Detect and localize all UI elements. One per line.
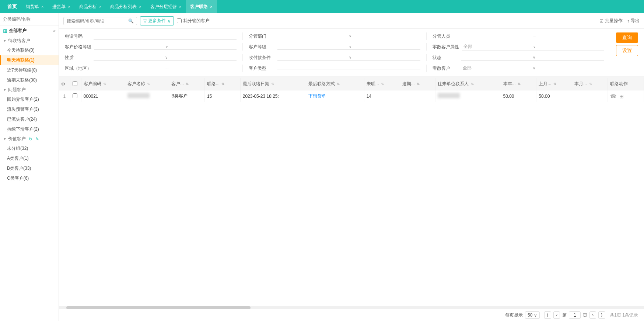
prev-page-button[interactable]: ‹ (553, 311, 560, 319)
col-settings[interactable]: ⚙ (59, 78, 70, 90)
refresh-icon[interactable]: ↻ (29, 137, 32, 142)
sidebar-item-b-class[interactable]: B类客户(33) (0, 163, 59, 173)
close-customer-tier-icon[interactable]: × (179, 4, 181, 9)
dept-select[interactable]: ∨ (277, 33, 420, 39)
next-page-button[interactable]: › (589, 311, 596, 319)
sort-contact-icon[interactable]: ⇅ (221, 82, 224, 86)
search-submit-icon[interactable]: 🔍 (128, 18, 134, 24)
sidebar-item-week-contact[interactable]: 近7天待联络(0) (0, 65, 59, 75)
batch-ops-button[interactable]: ☑ 批量操作 (599, 18, 623, 24)
close-customer-contact-icon[interactable]: × (210, 4, 212, 9)
sidebar-search-input[interactable] (3, 17, 58, 22)
my-customers-checkbox-label[interactable]: 我分管的客户 (177, 18, 210, 24)
customer-type-select[interactable] (277, 68, 420, 69)
problem-customer-arrow-icon: ▼ (3, 88, 7, 92)
sort-contacts-icon[interactable]: ⇅ (471, 82, 474, 86)
payment-select[interactable]: ∨ (277, 55, 420, 61)
search-input[interactable] (67, 18, 127, 24)
problem-customer-group[interactable]: ▼ 问题客户 (0, 85, 59, 94)
sort-this-month-icon[interactable]: ⇅ (589, 82, 592, 86)
manager-select[interactable]: ··· (461, 33, 604, 39)
nav-home[interactable]: 首页 (3, 0, 21, 13)
sort-code-icon[interactable]: ⇅ (103, 82, 106, 86)
sidebar-item-c-class[interactable]: C类客户(6) (0, 173, 59, 183)
col-contacts: 往来单位联系人 ⇅ (435, 78, 501, 90)
col-last-method: 最后联络方式 ⇅ (306, 78, 364, 90)
nav-sales-order[interactable]: 销货单 × (21, 0, 48, 13)
select-all-checkbox[interactable] (73, 81, 77, 86)
sidebar-item-ungrouped[interactable]: 未分组(32) (0, 144, 59, 153)
sidebar-item-repurchase-abnormal[interactable]: 回购异常客户(2) (0, 94, 59, 104)
nav-customer-tier[interactable]: 客户分层经营 × (146, 0, 186, 13)
last-method-link[interactable]: 下销货单 (308, 93, 326, 99)
action-phone-icon[interactable]: ☎ (610, 93, 616, 99)
collapse-sidebar-icon[interactable]: « (53, 28, 56, 34)
status-select[interactable]: ∨ (461, 55, 604, 61)
customer-level-select[interactable]: ∨ (277, 44, 420, 50)
settings-icon[interactable]: ⚙ (61, 82, 65, 87)
customer-price-select[interactable]: ∨ (94, 44, 237, 50)
col-checkbox[interactable] (70, 78, 81, 90)
reset-button[interactable]: 设置 (616, 45, 638, 56)
horizontal-scrollbar[interactable] (59, 306, 644, 309)
sort-last-month-icon[interactable]: ⇅ (553, 82, 556, 86)
close-sales-order-icon[interactable]: × (41, 4, 43, 9)
filter-retail-customer: 零散客户 全部 ∨ (433, 64, 604, 72)
nav-product-analysis[interactable]: 商品分析 × (75, 0, 106, 13)
row-name (125, 90, 169, 102)
sidebar-item-today-contact[interactable]: 今天待联络(0) (0, 45, 59, 55)
status-down-icon: ∨ (533, 55, 603, 59)
filter-icon: ▽ (143, 18, 147, 24)
row-last-method[interactable]: 下销货单 (306, 90, 364, 102)
page-size-select[interactable]: 50 ∨ (525, 311, 540, 319)
row-checkbox[interactable] (73, 93, 77, 98)
nav-customer-contact[interactable]: 客户联络 × (186, 0, 217, 13)
pending-contact-group[interactable]: ▼ 待联络客户 (0, 36, 59, 45)
nav-purchase-order[interactable]: 进货单 × (48, 0, 74, 13)
sidebar-item-overdue-contact[interactable]: 逾期未联络(30) (0, 75, 59, 85)
last-page-button[interactable]: ⟩ (598, 311, 605, 319)
col-not-contacted: 未联... ⇅ (364, 78, 400, 90)
filter-divider-2 (426, 32, 427, 40)
close-purchase-order-icon[interactable]: × (68, 4, 70, 9)
action-grid-icon[interactable]: ⊞ (619, 93, 624, 99)
query-button[interactable]: 查询 (616, 32, 638, 43)
export-button[interactable]: ↑ 导出 (627, 18, 640, 24)
sort-overdue-icon[interactable]: ⇅ (417, 82, 420, 86)
scrollbar-thumb[interactable] (66, 306, 251, 309)
col-code: 客户编码 ⇅ (81, 78, 125, 90)
edit-icon[interactable]: ✎ (35, 137, 39, 142)
value-customer-group[interactable]: ▼ 价值客户 ↻ ✎ (0, 134, 59, 144)
sort-type-icon[interactable]: ⇅ (186, 82, 189, 86)
sidebar-item-churned[interactable]: 已流失客户(24) (0, 114, 59, 124)
sort-this-year-icon[interactable]: ⇅ (518, 82, 521, 86)
sort-name-icon[interactable]: ⇅ (147, 82, 150, 86)
retail-customer-select[interactable]: 全部 ∨ (461, 64, 604, 72)
nav-product-analysis-list[interactable]: 商品分析列表 × (106, 0, 146, 13)
row-type: B类客户 (169, 90, 205, 102)
phone-input[interactable] (94, 33, 237, 40)
retail-attr-select[interactable]: 全部 ∨ (462, 43, 604, 51)
sidebar-item-tomorrow-contact[interactable]: 明天待联络(1) (0, 55, 59, 65)
close-product-analysis-icon[interactable]: × (99, 4, 101, 9)
row-checkbox-cell[interactable] (70, 90, 81, 102)
more-filters-button[interactable]: ▽ 更多条件 ∧ (140, 16, 174, 25)
filter-divider-6 (426, 54, 427, 61)
col-contact: 联络... ⇅ (204, 78, 240, 90)
value-customer-arrow-icon: ▼ (3, 137, 7, 141)
sort-not-contacted-icon[interactable]: ⇅ (381, 82, 384, 86)
first-page-button[interactable]: ⟨ (544, 311, 551, 319)
sort-last-date-icon[interactable]: ⇅ (271, 82, 274, 86)
sidebar-item-churn-warning[interactable]: 流失预警客户(3) (0, 104, 59, 114)
my-customers-checkbox[interactable] (177, 18, 182, 23)
sidebar-item-declining[interactable]: 持续下滑客户(2) (0, 124, 59, 134)
page-number-input[interactable] (569, 311, 581, 319)
table-header-row: ⚙ 客户编码 ⇅ 客户名称 ⇅ (59, 78, 644, 90)
page-end-label: 页 (583, 312, 587, 318)
close-product-analysis-list-icon[interactable]: × (139, 4, 141, 9)
all-customers-header[interactable]: ⊞ 全部客户 « (0, 25, 59, 36)
region-select[interactable]: ··· (94, 65, 237, 71)
sidebar-item-a-class[interactable]: A类客户(1) (0, 153, 59, 163)
gender-select[interactable]: ∨ (94, 55, 237, 61)
sort-last-method-icon[interactable]: ⇅ (337, 82, 340, 86)
